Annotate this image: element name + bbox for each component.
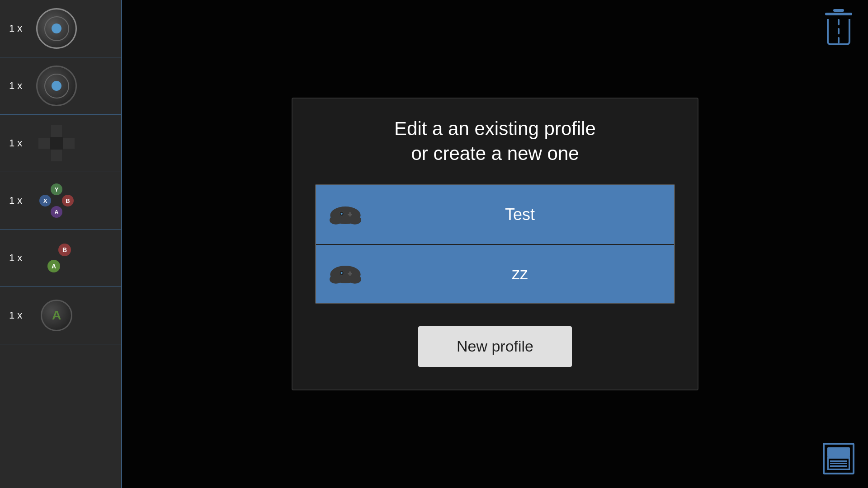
new-profile-label: New profile	[457, 338, 533, 355]
trash-line-2	[838, 28, 840, 34]
target-icon-1	[36, 8, 77, 49]
floppy-line-3	[830, 465, 847, 467]
sidebar-count-5: 1 x	[9, 252, 27, 264]
new-profile-button[interactable]: New profile	[418, 326, 572, 367]
floppy-line-1	[830, 460, 847, 462]
buttons-small-icon: B A	[36, 238, 77, 278]
trash-line-3	[838, 37, 840, 43]
modal-title: Edit a an existing profileor create a ne…	[394, 117, 596, 166]
profile-item-test[interactable]: Test	[316, 185, 674, 244]
profile-name-test: Test	[379, 205, 660, 224]
svg-point-4	[341, 212, 343, 214]
svg-rect-13	[348, 273, 352, 275]
sidebar-item-2[interactable]: 1 x	[0, 57, 121, 115]
sidebar-item-1[interactable]: 1 x	[0, 0, 121, 57]
trash-lid	[825, 13, 852, 15]
sidebar-count-6: 1 x	[9, 310, 27, 321]
profile-item-zz[interactable]: zz	[316, 244, 674, 303]
profile-list: Test zz	[315, 184, 675, 304]
modal: Edit a an existing profileor create a ne…	[292, 98, 698, 390]
controller-icon-1	[330, 202, 361, 227]
trash-line-1	[838, 19, 840, 25]
sidebar-count-1: 1 x	[9, 23, 27, 34]
svg-point-1	[330, 216, 342, 225]
trash-icon[interactable]	[823, 9, 854, 45]
a-button-icon: A	[36, 295, 77, 336]
buttons-icon: Y X B A	[36, 180, 77, 221]
sidebar-item-3[interactable]: 1 x	[0, 115, 121, 172]
controller-icon-2	[330, 262, 361, 286]
floppy-disk	[823, 443, 854, 474]
dpad-icon	[36, 123, 77, 164]
floppy-label	[827, 447, 850, 457]
floppy-line-2	[830, 463, 847, 464]
svg-rect-6	[348, 214, 352, 216]
sidebar-count-2: 1 x	[9, 80, 27, 92]
svg-point-2	[349, 216, 361, 225]
sidebar-item-4[interactable]: 1 x Y X B A	[0, 172, 121, 230]
overlay: Edit a an existing profileor create a ne…	[122, 0, 868, 488]
profile-name-zz: zz	[379, 264, 660, 283]
sidebar-item-5[interactable]: 1 x B A	[0, 230, 121, 287]
svg-point-11	[341, 272, 343, 273]
save-icon[interactable]	[823, 443, 859, 479]
sidebar-count-3: 1 x	[9, 137, 27, 149]
svg-point-8	[330, 275, 342, 284]
target-icon-2	[36, 66, 77, 106]
sidebar: 1 x 1 x 1 x 1 x Y X	[0, 0, 122, 488]
svg-point-9	[349, 275, 361, 284]
trash-handle	[833, 9, 844, 12]
trash-body	[827, 19, 850, 45]
floppy-lines	[827, 457, 850, 470]
sidebar-item-6[interactable]: 1 x A	[0, 287, 121, 344]
sidebar-count-4: 1 x	[9, 195, 27, 206]
